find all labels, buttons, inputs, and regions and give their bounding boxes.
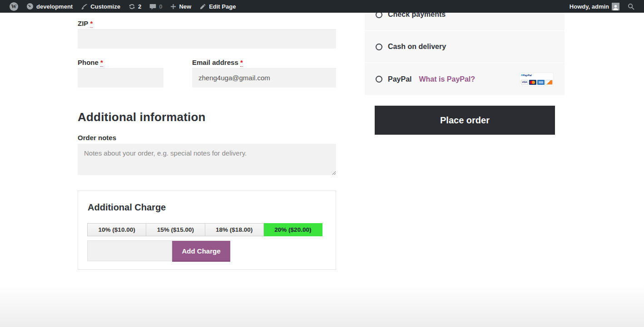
updates-icon: [129, 3, 135, 10]
order-notes-textarea[interactable]: [78, 144, 336, 175]
visa-card-icon: VISA: [521, 80, 528, 85]
avatar: [612, 3, 619, 10]
charge-option-18[interactable]: 18% ($18.00): [205, 223, 264, 236]
discover-card-icon: [545, 80, 553, 85]
charge-option-20-selected[interactable]: 20% ($20.00): [264, 223, 322, 236]
additional-charge-heading: Additional Charge: [88, 202, 166, 213]
place-order-button[interactable]: Place order: [375, 106, 555, 135]
customize-label: Customize: [90, 3, 120, 10]
payment-method-cod[interactable]: Cash on delivery: [365, 31, 565, 63]
comments-button[interactable]: 0: [145, 0, 166, 13]
updates-button[interactable]: 2: [124, 0, 145, 13]
radio-paypal[interactable]: [376, 76, 382, 83]
customize-button[interactable]: Customize: [77, 0, 124, 13]
mastercard-icon: [529, 80, 536, 85]
phone-input[interactable]: [78, 68, 163, 88]
phone-label: Phone *: [78, 59, 103, 66]
edit-page-button[interactable]: Edit Page: [195, 0, 240, 13]
paypal-acceptance-mark: PPayPal VISA: [519, 73, 554, 86]
additional-information-heading: Additional information: [78, 110, 206, 124]
howdy-label: Howdy, admin: [570, 3, 609, 10]
payment-method-label: PayPal: [388, 75, 411, 83]
pencil-icon: [199, 3, 206, 10]
email-input[interactable]: [192, 68, 336, 88]
comment-bubble-icon: [149, 3, 156, 10]
custom-charge-input[interactable]: [87, 240, 172, 261]
charge-options-group: 10% ($10.00) 15% ($15.00) 18% ($18.00) 2…: [87, 223, 322, 236]
new-content-button[interactable]: New: [166, 0, 195, 13]
my-account-menu[interactable]: Howdy, admin: [565, 0, 624, 13]
site-name-label: development: [36, 3, 73, 10]
wp-logo-menu[interactable]: W: [5, 0, 22, 13]
wp-admin-bar: W development Customize 2 0 New Edit P: [0, 0, 644, 13]
zip-label: ZIP *: [78, 20, 93, 27]
updates-count: 2: [138, 3, 141, 10]
edit-page-label: Edit Page: [209, 3, 236, 10]
search-icon: [628, 3, 634, 10]
email-label: Email address *: [192, 59, 243, 66]
required-asterisk: *: [90, 20, 93, 28]
plus-icon: [170, 4, 176, 10]
brush-icon: [81, 3, 88, 10]
site-menu-development[interactable]: development: [22, 0, 77, 13]
additional-charge-panel: Additional Charge 10% ($10.00) 15% ($15.…: [78, 190, 336, 270]
zip-input[interactable]: [78, 29, 336, 49]
add-charge-button[interactable]: Add Charge: [172, 241, 230, 262]
required-asterisk: *: [240, 59, 243, 67]
card-icons-row: VISA: [521, 80, 552, 85]
new-label: New: [179, 3, 191, 10]
required-asterisk: *: [100, 59, 103, 67]
payment-method-paypal[interactable]: PayPal What is PayPal? PPayPal VISA: [365, 63, 565, 95]
charge-option-15[interactable]: 15% ($15.00): [146, 223, 205, 236]
charge-option-10[interactable]: 10% ($10.00): [87, 223, 146, 236]
wordpress-logo-icon: W: [10, 2, 18, 11]
order-notes-label: Order notes: [78, 134, 116, 142]
what-is-paypal-link[interactable]: What is PayPal?: [419, 75, 475, 83]
payment-methods-panel: Check payments Cash on delivery PayPal W…: [365, 0, 565, 95]
comments-count: 0: [159, 3, 162, 10]
page-bottom-fade: [0, 284, 644, 327]
paypal-mini-logo: PPayPal: [521, 74, 552, 77]
payment-method-label: Cash on delivery: [388, 43, 446, 51]
dashboard-gauge-icon: [26, 3, 34, 10]
search-button[interactable]: [624, 0, 639, 13]
amex-card-icon: [537, 80, 545, 85]
radio-cash-on-delivery[interactable]: [376, 44, 382, 50]
